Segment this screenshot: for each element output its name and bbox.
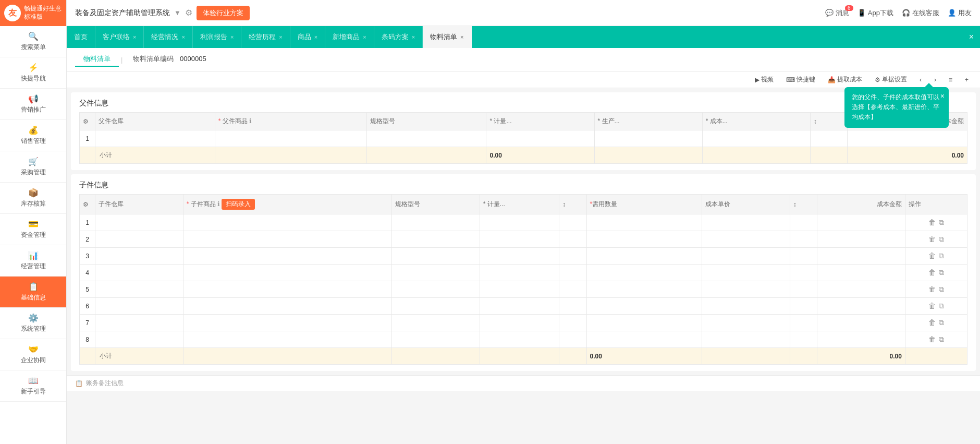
- close-all-button[interactable]: ×: [963, 32, 980, 42]
- tab-customer[interactable]: 客户联络 ×: [95, 26, 144, 48]
- parent-cost-cell[interactable]: [702, 130, 810, 147]
- copy-icon[interactable]: ⧉: [939, 251, 944, 260]
- child-cost-amount-cell[interactable]: [817, 265, 905, 281]
- sidebar-item-system[interactable]: ⚙️ 系统管理: [0, 308, 66, 339]
- sidebar-item-operation[interactable]: 📊 经营管理: [0, 245, 66, 277]
- tab-operation-status[interactable]: 经营情况 ×: [144, 26, 192, 48]
- child-unit-cell[interactable]: [480, 214, 559, 231]
- child-qty-cell[interactable]: [586, 248, 702, 265]
- tab-new-goods-close[interactable]: ×: [363, 34, 366, 40]
- page-tab-bom[interactable]: 物料清单: [75, 52, 119, 67]
- child-unit-price-cell[interactable]: [702, 214, 790, 231]
- copy-icon[interactable]: ⧉: [939, 285, 944, 294]
- copy-icon[interactable]: ⧉: [939, 302, 944, 310]
- sidebar-item-sales[interactable]: 💰 销售管理: [0, 120, 66, 151]
- copy-icon[interactable]: ⧉: [939, 218, 944, 227]
- parent-warehouse-cell[interactable]: [95, 130, 215, 147]
- child-goods-cell[interactable]: [183, 231, 391, 248]
- child-unit-cell[interactable]: [480, 315, 559, 331]
- delete-icon[interactable]: 🗑: [928, 302, 936, 310]
- scan-button[interactable]: 扫码录入: [222, 199, 255, 210]
- child-qty-cell[interactable]: [586, 281, 702, 298]
- child-qty-cell[interactable]: [586, 331, 702, 348]
- copy-icon[interactable]: ⧉: [939, 235, 944, 244]
- dropdown-arrow[interactable]: ▼: [174, 9, 181, 17]
- parent-cost-amount-cell[interactable]: [848, 130, 967, 147]
- single-settings-button[interactable]: ⚙ 单据设置: [872, 74, 910, 86]
- copy-icon[interactable]: ⧉: [939, 268, 944, 277]
- child-goods-cell[interactable]: [183, 331, 391, 348]
- settings-icon[interactable]: ⚙: [185, 8, 192, 18]
- child-qty-cell[interactable]: [586, 231, 702, 248]
- child-goods-cell[interactable]: [183, 298, 391, 315]
- child-goods-cell[interactable]: [183, 214, 391, 231]
- nav-new-button[interactable]: +: [962, 75, 972, 85]
- delete-icon[interactable]: 🗑: [928, 251, 936, 260]
- message-item[interactable]: 💬 消息 6: [825, 8, 849, 18]
- child-qty-cell[interactable]: [586, 265, 702, 281]
- child-warehouse-cell[interactable]: [95, 231, 183, 248]
- child-unit-cell[interactable]: [480, 248, 559, 265]
- tab-new-goods[interactable]: 新增商品 ×: [325, 26, 374, 48]
- child-goods-cell[interactable]: [183, 265, 391, 281]
- sidebar-item-finance[interactable]: 💳 资金管理: [0, 214, 66, 245]
- view-button[interactable]: ▶ 视频: [752, 74, 777, 86]
- child-qty-cell[interactable]: [586, 315, 702, 331]
- child-warehouse-cell[interactable]: [95, 265, 183, 281]
- sidebar-item-search[interactable]: 🔍 搜索菜单: [0, 26, 66, 57]
- child-unit-price-cell[interactable]: [702, 331, 790, 348]
- child-unit-price-cell[interactable]: [702, 231, 790, 248]
- sidebar-item-marketing[interactable]: 📢 营销推广: [0, 89, 66, 120]
- child-spec-cell[interactable]: [392, 298, 480, 315]
- child-unit-cell[interactable]: [480, 231, 559, 248]
- nav-list-button[interactable]: ≡: [946, 75, 956, 85]
- child-spec-cell[interactable]: [392, 265, 480, 281]
- page-tab-bom-code[interactable]: 物料清单编码 0000005: [125, 52, 214, 67]
- child-warehouse-cell[interactable]: [95, 248, 183, 265]
- try-button[interactable]: 体验行业方案: [197, 6, 250, 20]
- child-goods-cell[interactable]: [183, 281, 391, 298]
- child-warehouse-cell[interactable]: [95, 281, 183, 298]
- delete-icon[interactable]: 🗑: [928, 218, 936, 227]
- child-goods-cell[interactable]: [183, 315, 391, 331]
- tab-goods[interactable]: 商品 ×: [290, 26, 325, 48]
- child-unit-price-cell[interactable]: [702, 281, 790, 298]
- sidebar-item-inventory[interactable]: 📦 库存核算: [0, 183, 66, 214]
- child-spec-cell[interactable]: [392, 281, 480, 298]
- online-service-item[interactable]: 🎧 在线客服: [902, 8, 939, 18]
- tab-history[interactable]: 经营历程 ×: [241, 26, 290, 48]
- delete-icon[interactable]: 🗑: [928, 235, 936, 244]
- child-spec-cell[interactable]: [392, 331, 480, 348]
- delete-icon[interactable]: 🗑: [928, 318, 936, 327]
- child-spec-cell[interactable]: [392, 214, 480, 231]
- parent-unit-cell[interactable]: [486, 130, 594, 147]
- child-warehouse-cell[interactable]: [95, 214, 183, 231]
- child-warehouse-cell[interactable]: [95, 298, 183, 315]
- sidebar-item-guide[interactable]: 📖 新手引导: [0, 370, 66, 402]
- child-unit-price-cell[interactable]: [702, 315, 790, 331]
- tab-goods-close[interactable]: ×: [314, 34, 317, 40]
- child-spec-cell[interactable]: [392, 231, 480, 248]
- child-goods-cell[interactable]: [183, 248, 391, 265]
- child-spec-cell[interactable]: [392, 248, 480, 265]
- parent-goods-cell[interactable]: [215, 130, 366, 147]
- tab-profit[interactable]: 利润报告 ×: [193, 26, 241, 48]
- child-unit-price-cell[interactable]: [702, 298, 790, 315]
- nav-prev-button[interactable]: ‹: [916, 75, 925, 85]
- sidebar-item-basic[interactable]: 📋 基础信息: [0, 277, 66, 308]
- sidebar-item-quick-nav[interactable]: ⚡ 快捷导航: [0, 57, 66, 89]
- extract-cost-button[interactable]: 📥 提取成本: [825, 74, 865, 86]
- app-download-item[interactable]: 📱 App下载: [858, 8, 893, 18]
- tab-profit-close[interactable]: ×: [230, 34, 234, 40]
- tab-barcode-close[interactable]: ×: [412, 34, 415, 40]
- tab-bom[interactable]: 物料清单 ×: [423, 26, 471, 48]
- tab-barcode[interactable]: 条码方案 ×: [374, 26, 423, 48]
- tab-home[interactable]: 首页: [67, 26, 95, 48]
- child-cost-amount-cell[interactable]: [817, 331, 905, 348]
- copy-icon[interactable]: ⧉: [939, 318, 944, 327]
- child-warehouse-cell[interactable]: [95, 315, 183, 331]
- sidebar-item-purchase[interactable]: 🛒 采购管理: [0, 151, 66, 183]
- child-cost-amount-cell[interactable]: [817, 315, 905, 331]
- user-item[interactable]: 👤 用友: [948, 8, 972, 18]
- sidebar-item-enterprise[interactable]: 🤝 企业协同: [0, 339, 66, 370]
